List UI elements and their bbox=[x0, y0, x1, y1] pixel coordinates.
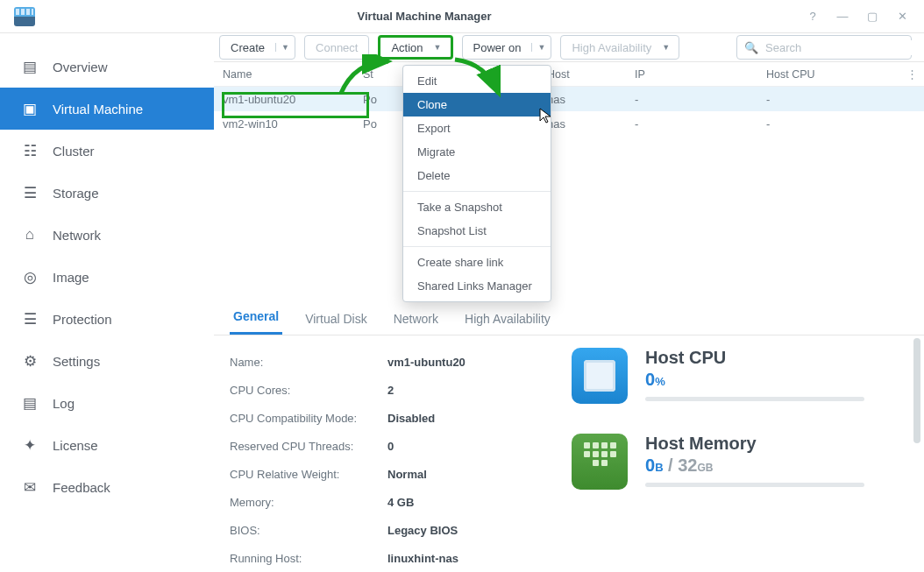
content: Create ▼ Connect Action ▼ Power on ▼ Hig… bbox=[214, 33, 924, 572]
sidebar: ▤ Overview ▣ Virtual Machine ☷ Cluster ☰… bbox=[0, 33, 214, 572]
minimize-icon[interactable]: — bbox=[835, 10, 850, 23]
menu-separator bbox=[403, 191, 551, 192]
create-button[interactable]: Create ▼ bbox=[219, 35, 295, 60]
sidebar-item-label: Settings bbox=[53, 354, 100, 369]
search-input[interactable] bbox=[764, 40, 914, 55]
tab-ha[interactable]: High Availability bbox=[461, 305, 554, 335]
menu-item-share-link[interactable]: Create share link bbox=[403, 251, 551, 274]
sidebar-item-label: Storage bbox=[53, 186, 99, 201]
metric-host-cpu: Host CPU 0% bbox=[572, 348, 924, 404]
chevron-down-icon: ▼ bbox=[434, 43, 451, 52]
button-label: Create bbox=[220, 41, 275, 54]
prop-row: Running Host:linuxhint-nas bbox=[230, 544, 563, 572]
chevron-down-icon: ▼ bbox=[281, 43, 289, 52]
menu-item-export[interactable]: Export bbox=[403, 117, 551, 140]
overview-icon: ▤ bbox=[21, 58, 39, 76]
metrics: Host CPU 0% Host Memory bbox=[568, 348, 924, 572]
sidebar-item-label: Network bbox=[53, 228, 101, 243]
tab-general[interactable]: General bbox=[230, 302, 282, 335]
sidebar-item-cluster[interactable]: ☷ Cluster bbox=[0, 130, 214, 172]
close-icon[interactable]: ✕ bbox=[894, 10, 910, 23]
window-title: Virtual Machine Manager bbox=[44, 10, 805, 23]
cell-ip: - bbox=[635, 117, 766, 131]
cell-name: vm2-win10 bbox=[223, 117, 363, 131]
log-icon: ▤ bbox=[21, 394, 39, 413]
cell-host-cpu: - bbox=[766, 93, 924, 106]
protection-icon: ☰ bbox=[21, 310, 39, 328]
cell-host: nas bbox=[547, 93, 635, 106]
sidebar-item-label: Protection bbox=[53, 312, 112, 327]
key-icon: ✦ bbox=[21, 436, 39, 455]
cell-ip: - bbox=[635, 93, 766, 106]
prop-row: Reserved CPU Threads:0 bbox=[230, 432, 563, 460]
menu-item-snapshot-list[interactable]: Snapshot List bbox=[403, 219, 551, 243]
sidebar-item-network[interactable]: ⌂ Network bbox=[0, 214, 214, 256]
tab-network[interactable]: Network bbox=[390, 305, 442, 335]
help-icon[interactable]: ? bbox=[805, 10, 821, 23]
cpu-icon bbox=[572, 348, 628, 404]
metric-title: Host Memory bbox=[645, 434, 864, 454]
table-row[interactable]: vm2-win10 Po nas - - bbox=[214, 111, 924, 136]
sidebar-item-label: Overview bbox=[53, 60, 108, 74]
sidebar-item-label: Image bbox=[53, 270, 89, 285]
sidebar-item-storage[interactable]: ☰ Storage bbox=[0, 172, 214, 214]
sidebar-item-log[interactable]: ▤ Log bbox=[0, 382, 214, 424]
window-controls: ? — ▢ ✕ bbox=[805, 10, 910, 23]
sidebar-item-label: Log bbox=[53, 396, 75, 411]
prop-row: CPU Compatibility Mode:Disabled bbox=[230, 404, 563, 432]
menu-item-migrate[interactable]: Migrate bbox=[403, 140, 551, 164]
image-icon: ◎ bbox=[21, 268, 39, 286]
col-host[interactable]: Host bbox=[547, 68, 635, 81]
prop-row: Name:vm1-ubuntu20 bbox=[230, 348, 563, 376]
metric-host-memory: Host Memory 0B / 32GB bbox=[572, 434, 924, 490]
chevron-down-icon: ▼ bbox=[537, 43, 545, 52]
sidebar-item-image[interactable]: ◎ Image bbox=[0, 256, 214, 298]
table-header: Name St Host IP Host CPU ⋮ bbox=[214, 62, 924, 87]
table-row[interactable]: vm1-ubuntu20 Po nas - - bbox=[214, 87, 924, 111]
cell-name: vm1-ubuntu20 bbox=[223, 93, 363, 106]
sidebar-item-settings[interactable]: ⚙ Settings bbox=[0, 340, 214, 382]
sidebar-item-label: Cluster bbox=[53, 144, 95, 159]
prop-row: CPU Cores:2 bbox=[230, 376, 563, 404]
column-menu-icon[interactable]: ⋮ bbox=[906, 67, 924, 81]
sidebar-item-label: License bbox=[53, 438, 98, 453]
search-icon: 🔍 bbox=[744, 41, 758, 54]
col-ip[interactable]: IP bbox=[635, 68, 766, 81]
titlebar: Virtual Machine Manager ? — ▢ ✕ bbox=[0, 0, 924, 33]
metric-title: Host CPU bbox=[645, 348, 864, 368]
properties-list: Name:vm1-ubuntu20 CPU Cores:2 CPU Compat… bbox=[230, 348, 563, 572]
prop-row: BIOS:Legacy BIOS bbox=[230, 516, 563, 544]
col-host-cpu[interactable]: Host CPU bbox=[766, 68, 906, 81]
menu-item-shared-links-manager[interactable]: Shared Links Manager bbox=[403, 274, 551, 298]
detail-tabs: General Virtual Disk Network High Availa… bbox=[214, 302, 924, 335]
annotation-arrow bbox=[334, 54, 400, 94]
sidebar-item-license[interactable]: ✦ License bbox=[0, 424, 214, 466]
metric-value: 0B / 32GB bbox=[645, 455, 864, 476]
ha-button[interactable]: High Availability ▼ bbox=[560, 35, 679, 60]
metric-bar bbox=[645, 483, 864, 487]
cluster-icon: ☷ bbox=[21, 142, 39, 160]
menu-item-delete[interactable]: Delete bbox=[403, 164, 551, 187]
gear-icon: ⚙ bbox=[21, 352, 39, 371]
sidebar-item-overview[interactable]: ▤ Overview bbox=[0, 46, 214, 88]
maximize-icon[interactable]: ▢ bbox=[864, 10, 880, 23]
prop-row: Memory:4 GB bbox=[230, 488, 563, 516]
network-icon: ⌂ bbox=[21, 226, 39, 244]
sidebar-item-protection[interactable]: ☰ Protection bbox=[0, 298, 214, 340]
prop-row: CPU Relative Weight:Normal bbox=[230, 460, 563, 488]
details-pane: Name:vm1-ubuntu20 CPU Cores:2 CPU Compat… bbox=[214, 335, 924, 572]
menu-item-snapshot[interactable]: Take a Snapshot bbox=[403, 195, 551, 219]
mail-icon: ✉ bbox=[21, 478, 39, 497]
app-icon bbox=[14, 7, 35, 26]
tab-virtual-disk[interactable]: Virtual Disk bbox=[302, 305, 371, 335]
sidebar-item-feedback[interactable]: ✉ Feedback bbox=[0, 466, 214, 508]
sidebar-item-label: Feedback bbox=[53, 480, 110, 495]
metric-value: 0% bbox=[645, 370, 864, 390]
storage-icon: ☰ bbox=[21, 184, 39, 202]
sidebar-item-virtual-machine[interactable]: ▣ Virtual Machine bbox=[0, 88, 214, 130]
vm-table: Name St Host IP Host CPU ⋮ vm1-ubuntu20 … bbox=[214, 61, 924, 136]
cursor-icon bbox=[538, 107, 554, 128]
scrollbar[interactable] bbox=[913, 338, 920, 443]
chevron-down-icon: ▼ bbox=[662, 43, 679, 52]
search-box[interactable]: 🔍 bbox=[736, 35, 912, 60]
